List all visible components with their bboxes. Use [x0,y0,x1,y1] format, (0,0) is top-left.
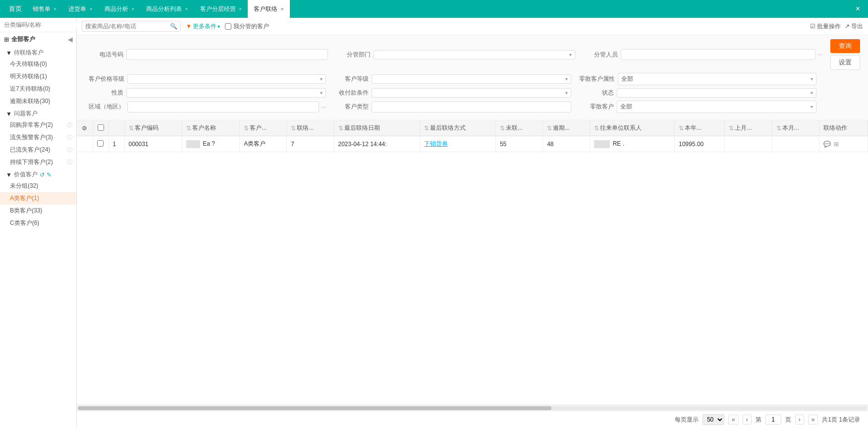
sidebar-item-unclassified[interactable]: 未分组(32) [0,180,76,192]
info-icon-1: ⓘ [67,121,72,129]
dept-chevron-icon: ▾ [569,52,572,57]
qr-action-icon[interactable]: ⊞ [834,141,839,148]
tab-analysis[interactable]: 商品分析 × [99,0,140,18]
sidebar-item-overdue[interactable]: 逾期未联络(30) [0,95,76,107]
export-button[interactable]: ↗ 导出 [845,22,863,31]
nature-select[interactable]: ▾ [126,88,326,98]
gear-icon[interactable]: ⚙ [82,125,87,132]
sort-icon-this-year: ⇅ [679,125,684,132]
tab-analysis-list[interactable]: 商品分析列表 × [140,0,194,18]
select-all-checkbox[interactable] [98,124,104,131]
cust-grade-select[interactable]: ▾ [372,74,571,84]
filter-cell-person: 分管人员 ··· [579,49,826,60]
td-this-year: 10995.00 [675,136,725,152]
sidebar-item-7days[interactable]: 近7天待联络(0) [0,83,76,95]
person-input[interactable] [621,49,815,60]
phone-input[interactable] [126,49,328,60]
th-gear[interactable]: ⚙ [77,120,93,136]
sidebar-item-c-class[interactable]: C类客户(6) [0,217,76,229]
nature-chevron-icon: ▾ [320,90,323,96]
close-customer-contact-tab[interactable]: × [280,6,283,12]
settings-button[interactable]: 设置 [830,55,860,70]
info-icon-4: ⓘ [67,159,72,166]
close-purchase-tab[interactable]: × [89,6,92,12]
sidebar-search-input[interactable] [4,21,78,28]
bulk-op-button[interactable]: ☑ 批量操作 [810,22,841,31]
th-overdue: ⇅ 逾期... [543,120,590,136]
table-row: 1 000031 Ea ? A类客户 7 2023-04-12 14:44: 下… [77,136,868,152]
query-button[interactable]: 查询 [830,39,860,53]
close-analysis-list-tab[interactable]: × [185,6,188,12]
close-analysis-tab[interactable]: × [131,6,134,12]
td-no-contact: 55 [495,136,542,152]
unit-contact-badge [594,140,610,148]
status-select[interactable]: ▾ [617,88,816,98]
page-number-input[interactable] [765,415,781,425]
retail-select[interactable]: 全部 ▾ [617,101,816,113]
tab-purchase[interactable]: 进货单 × [62,0,98,18]
window-close-button[interactable]: × [852,4,864,13]
tab-sales[interactable]: 销售单 × [27,0,62,18]
first-page-button[interactable]: « [728,415,739,425]
my-customer-checkbox[interactable]: 我分管的客户 [225,22,269,31]
home-tab[interactable]: 首页 [4,0,27,18]
scrollbar-thumb[interactable] [78,406,551,410]
sidebar-search-container: 🔍 [0,18,76,32]
pending-group-label[interactable]: ▼ 待联络客户 [0,47,76,58]
problem-group-label[interactable]: ▼ 问题客户 [0,107,76,119]
sidebar-item-a-class[interactable]: A类客户(1) [0,192,76,205]
prev-page-button[interactable]: ‹ [743,415,752,425]
horizontal-scrollbar[interactable] [77,405,868,411]
chevron-down-icon: ▾ [217,24,220,29]
th-idx [108,120,124,136]
filter-cell-retail-attr: 零散客户属性 全部 ▾ [575,73,820,85]
cust-type-input[interactable] [372,102,571,112]
th-last-method: ⇅ 最后联络方式 [420,120,496,136]
th-no-contact: ⇅ 未联... [495,120,542,136]
sidebar-item-repurchase[interactable]: 回购异常客户(2) ⓘ [0,119,76,131]
advanced-filter: 电话号码 分管部门 ▾ 分管人员 ··· 查询 设置 [77,35,868,120]
main-search-input[interactable] [85,23,170,30]
top-navigation: 首页 销售单 × 进货单 × 商品分析 × 商品分析列表 × 客户分层经营 × … [0,0,868,18]
region-dots-icon[interactable]: ··· [321,104,326,110]
refresh-icon[interactable]: ↺ [40,171,45,178]
tab-customer-contact[interactable]: 客户联络 × [248,0,289,18]
retail-attr-select[interactable]: 全部 ▾ [618,73,816,85]
edit-icon[interactable]: ✎ [47,171,52,178]
sidebar-item-churn-warning[interactable]: 流失预警客户(3) ⓘ [0,131,76,144]
td-last-method[interactable]: 下销货单 [420,136,496,152]
th-unit-contact: ⇅ 往来单位联系人 [590,120,675,136]
person-dots-icon[interactable]: ··· [817,51,822,58]
payment-select[interactable]: ▾ [372,88,571,98]
sort-icon-this-month: ⇅ [776,125,781,132]
last-method-link[interactable]: 下销货单 [424,140,448,147]
scrollbar-track[interactable] [78,406,867,410]
content-area: 🔍 ▼ 更多条件 ▾ 我分管的客户 ☑ 批量操作 ↗ 导出 [77,18,868,428]
sidebar-item-churned[interactable]: 已流失客户(24) ⓘ [0,144,76,156]
more-filter-button[interactable]: ▼ 更多条件 ▾ [186,22,220,31]
price-grade-select[interactable]: ▾ [127,74,326,84]
next-page-button[interactable]: › [795,415,804,425]
close-customer-mgmt-tab[interactable]: × [239,6,242,12]
retail-attr-chevron-icon: ▾ [811,76,813,82]
th-action: 联络动作 [819,120,868,136]
sidebar-item-tomorrow[interactable]: 明天待联络(1) [0,70,76,83]
sidebar-item-declining[interactable]: 持续下滑客户(2) ⓘ [0,156,76,168]
page-label: 第 [756,416,761,424]
per-page-label: 每页显示 [675,416,699,424]
sort-icon-type: ⇅ [244,125,249,132]
close-sales-tab[interactable]: × [54,6,56,12]
all-customers-header[interactable]: ⊞ 全部客户 ◀ [0,32,76,47]
value-group-label[interactable]: ▼ 价值客户 ↺ ✎ [0,168,76,180]
main-search-icon[interactable]: 🔍 [170,23,177,30]
row-checkbox[interactable] [97,140,104,147]
dept-select[interactable]: ▾ [374,50,575,59]
sidebar-item-today[interactable]: 今天待联络(0) [0,58,76,70]
last-page-button[interactable]: » [808,415,818,425]
sidebar-item-b-class[interactable]: B类客户(33) [0,205,76,217]
message-action-icon[interactable]: 💬 [823,141,831,148]
my-customer-check[interactable] [225,23,231,30]
per-page-select[interactable]: 50 [703,414,724,425]
tab-customer-mgmt[interactable]: 客户分层经营 × [194,0,248,18]
region-input[interactable] [127,102,319,112]
